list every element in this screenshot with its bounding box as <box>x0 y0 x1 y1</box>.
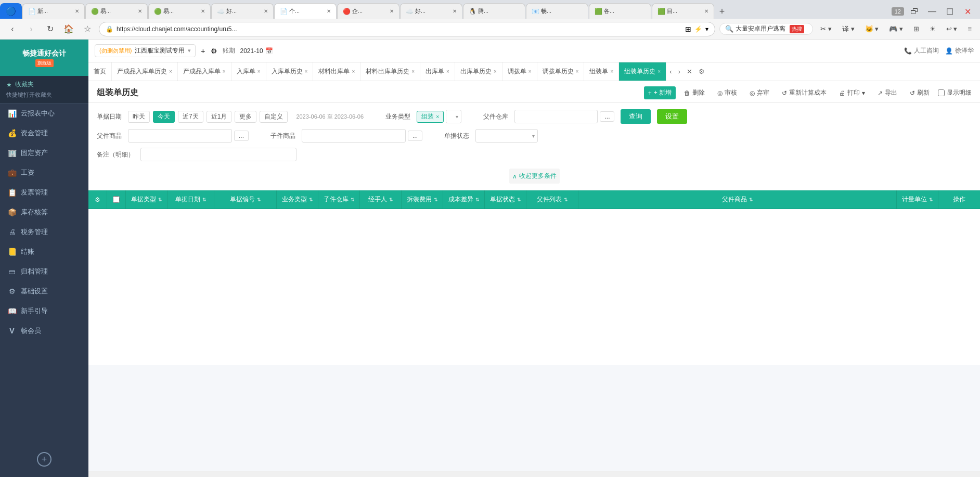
date-more-btn[interactable]: 更多 <box>235 111 256 123</box>
sub-tab-transfer-hist[interactable]: 调拨单历史 × <box>537 62 585 81</box>
assemble-hist-close[interactable]: × <box>657 69 661 74</box>
sidebar-item-settings[interactable]: ⚙ 基础设置 <box>0 281 88 301</box>
mat-out-hist-close[interactable]: × <box>411 69 415 74</box>
horizontal-scrollbar[interactable] <box>88 471 980 477</box>
tab-close-11[interactable]: ✕ <box>704 8 708 14</box>
tab-close-1[interactable]: ✕ <box>75 8 79 14</box>
number-sort-icon[interactable]: ⇅ <box>257 197 261 202</box>
table-select-all-col[interactable] <box>107 190 126 209</box>
date-7days-btn[interactable]: 近7天 <box>178 111 203 123</box>
bookmark-btn[interactable]: ☆ <box>80 22 95 36</box>
sub-tab-home[interactable]: 首页 <box>88 62 112 81</box>
browser-tab-4[interactable]: ☁️ 好... ✕ <box>211 3 274 19</box>
sidebar-item-invoice[interactable]: 📋 发票管理 <box>0 183 88 202</box>
in-hist-close[interactable]: × <box>305 69 308 74</box>
sub-tab-out-hist[interactable]: 出库单历史 × <box>455 62 502 81</box>
close-window-btn[interactable]: ✕ <box>960 4 975 19</box>
refresh-btn[interactable]: ↺ 刷新 <box>906 86 934 99</box>
company-selector[interactable]: (勿删勿禁用) 江西服宝测试专用 ▾ <box>95 44 196 57</box>
biz-type-dropdown[interactable] <box>446 110 461 123</box>
sub-tab-in-hist[interactable]: 入库单历史 × <box>266 62 314 81</box>
recalc-cost-btn[interactable]: ↺ 重新计算成本 <box>778 86 831 99</box>
sub-tab-prod-in[interactable]: 产成品入库单 × <box>178 62 231 81</box>
show-detail-input[interactable] <box>938 89 945 96</box>
abandon-audit-btn[interactable]: ◎ 弃审 <box>745 86 773 99</box>
prod-in-close[interactable]: × <box>223 69 226 74</box>
search-bar[interactable]: 🔍 大量安卓用户逃离 热搜 <box>719 23 813 35</box>
status-sort-icon[interactable]: ⇅ <box>517 197 521 202</box>
query-btn[interactable]: 查询 <box>621 109 651 124</box>
sub-tab-out[interactable]: 出库单 × <box>420 62 455 81</box>
address-dropdown-icon[interactable]: ▾ <box>705 25 708 33</box>
prod-in-hist-close[interactable]: × <box>169 69 172 74</box>
out-close[interactable]: × <box>446 69 449 74</box>
child-goods-input[interactable] <box>302 129 406 143</box>
print-btn[interactable]: 🖨 打印 ▾ <box>835 86 869 99</box>
browser-tab-7[interactable]: ☁️ 好... ✕ <box>400 3 462 19</box>
address-bar[interactable]: 🔒 https://cloud.chanjet.com/accounting/u… <box>99 22 715 36</box>
sidebar-item-salary[interactable]: 💼 工资 <box>0 163 88 183</box>
browser-tab-5[interactable]: 📄 个... ✕ <box>274 3 337 19</box>
sidebar-item-reports[interactable]: 📊 云报表中心 <box>0 104 88 123</box>
sub-nav-prev[interactable]: ‹ <box>666 68 675 75</box>
parent-warehouse-more-btn[interactable]: ... <box>600 111 614 122</box>
game-btn[interactable]: 🎮 ▾ <box>886 24 906 34</box>
restore-window-btn[interactable]: 🗗 <box>907 4 922 19</box>
brightness-btn[interactable]: ☀ <box>926 24 939 34</box>
sidebar-favorites[interactable]: ★ 收藏夹 快捷键打开收藏夹 <box>0 76 88 104</box>
dismantle-sort-icon[interactable]: ⇅ <box>434 197 438 202</box>
show-detail-checkbox[interactable]: 显示明细 <box>938 88 972 97</box>
sub-tab-assemble[interactable]: 组装单 × <box>584 62 619 81</box>
home-btn[interactable]: 🏠 <box>61 22 76 36</box>
in-close[interactable]: × <box>257 69 261 74</box>
sub-nav-next[interactable]: › <box>675 68 683 75</box>
sub-tab-transfer[interactable]: 调拨单 × <box>502 62 537 81</box>
parent-goods-more-btn[interactable]: ... <box>234 131 249 141</box>
transfer-hist-close[interactable]: × <box>576 69 579 74</box>
status-select[interactable] <box>475 129 538 143</box>
parent-warehouse-input[interactable] <box>514 110 598 123</box>
date-custom-btn[interactable]: 自定义 <box>260 111 288 123</box>
qr-code-icon[interactable]: ⊞ <box>685 25 691 33</box>
minimize-btn[interactable]: — <box>925 4 939 19</box>
sidebar-item-tax[interactable]: 🖨 税务管理 <box>0 222 88 242</box>
menu-btn[interactable]: ≡ <box>964 24 975 34</box>
emoji-btn[interactable]: 🐱 ▾ <box>862 24 882 34</box>
out-hist-close[interactable]: × <box>494 69 497 74</box>
remark-input[interactable] <box>140 148 296 161</box>
transfer-close[interactable]: × <box>528 69 532 74</box>
unit-sort-icon[interactable]: ⇅ <box>929 197 933 202</box>
collapse-btn[interactable]: ∧ 收起更多条件 <box>509 169 560 184</box>
tab-close-2[interactable]: ✕ <box>138 8 142 14</box>
sub-tab-prod-in-hist[interactable]: 产成品入库单历史 × <box>112 62 178 81</box>
export-btn[interactable]: ↗ 导出 <box>873 86 901 99</box>
browser-tab-1[interactable]: 📄 新... ✕ <box>22 3 85 19</box>
parent-list-sort-icon[interactable]: ⇅ <box>564 197 568 202</box>
calendar-icon[interactable]: 📅 <box>265 47 273 55</box>
sidebar-add-btn[interactable]: + <box>0 452 88 467</box>
date-yesterday-btn[interactable]: 昨天 <box>128 111 150 123</box>
table-column-settings-btn[interactable]: ⚙ <box>88 190 107 209</box>
date-sort-icon[interactable]: ⇅ <box>202 197 207 202</box>
sidebar-item-close[interactable]: 📒 结账 <box>0 242 88 262</box>
app-settings-btn[interactable]: ⚙ <box>211 47 217 55</box>
grid-btn[interactable]: ⊞ <box>910 24 922 34</box>
date-1month-btn[interactable]: 近1月 <box>207 111 232 123</box>
reload-btn[interactable]: ↻ <box>43 22 57 36</box>
browser-tab-9[interactable]: 📧 畅... <box>526 3 588 19</box>
handler-sort-icon[interactable]: ⇅ <box>389 197 393 202</box>
back-btn[interactable]: ‹ <box>5 22 20 36</box>
tab-close-5[interactable]: ✕ <box>327 8 331 14</box>
undo-btn[interactable]: ↩ ▾ <box>943 24 961 34</box>
new-btn[interactable]: + + 新增 <box>644 86 676 99</box>
biz-type-remove-btn[interactable]: × <box>436 113 439 120</box>
biz-type-select[interactable] <box>446 110 461 123</box>
sub-nav-close-all[interactable]: ✕ <box>684 68 695 75</box>
tab-close-3[interactable]: ✕ <box>201 8 205 14</box>
sidebar-item-assets[interactable]: 🏢 固定资产 <box>0 143 88 163</box>
browser-tab-3[interactable]: 🟢 易... ✕ <box>148 3 211 19</box>
sub-tab-mat-out[interactable]: 材料出库单 × <box>313 62 360 81</box>
settings-green-btn[interactable]: 设置 <box>657 109 687 124</box>
browser-tab-8[interactable]: 🐧 腾... <box>463 3 525 19</box>
status-dropdown[interactable] <box>475 129 538 143</box>
